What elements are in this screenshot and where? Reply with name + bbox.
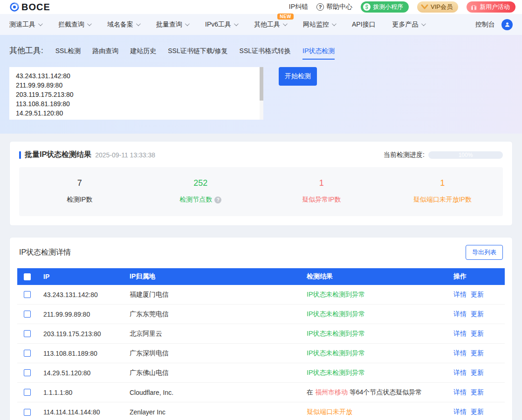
textarea-scrollbar-thumb[interactable] (260, 67, 263, 101)
vip-chevron-icon (421, 4, 428, 10)
table-row-2: 203.119.175.213:80北京阿里云IP状态未检测到异常详情更新 (17, 324, 505, 344)
row-result: IP状态未检测到异常 (307, 349, 453, 358)
tool-tab-1[interactable]: 路由查询 (92, 47, 118, 60)
textarea-scrollbar-track[interactable] (260, 67, 263, 120)
row-checkbox[interactable] (24, 291, 31, 298)
result-suffix: 等64个节点状态疑似异常 (348, 388, 422, 396)
nav-item-8[interactable]: 更多产品 (392, 20, 425, 29)
nav-item-label: 批量查询 (156, 20, 182, 29)
progress-label: 当前检测进度: (384, 151, 425, 159)
vip-pill[interactable]: VIP会员 (417, 1, 458, 13)
row-checkbox[interactable] (24, 409, 31, 416)
refresh-link[interactable]: 更新 (471, 330, 484, 338)
detail-link[interactable]: 详情 (453, 388, 467, 397)
nav-item-label: 更多产品 (392, 20, 419, 29)
detect-input-row: 43.243.131.142:80 211.99.99.89:80 203.11… (9, 67, 513, 120)
ip-list-input[interactable]: 43.243.131.142:80 211.99.99.89:80 203.11… (9, 67, 263, 120)
detail-link[interactable]: 详情 (453, 310, 467, 318)
topbar-right: IP纠错 ? 帮助中心 拨测小程序 VIP会员 新用户活动 (289, 1, 515, 13)
checkbox-cell (17, 330, 43, 337)
help-center-link[interactable]: ? 帮助中心 (316, 3, 352, 11)
table-row-6: 114.114.114.144:80Zenlayer Inc疑似端口未开放详情更… (17, 402, 505, 420)
boce-logo[interactable]: BOCE (9, 2, 50, 13)
detail-link[interactable]: 详情 (453, 330, 467, 338)
nav-item-6[interactable]: 网站监控 (303, 20, 335, 29)
chevron-down-icon (136, 21, 141, 26)
miniprogram-pill[interactable]: 拨测小程序 (361, 1, 409, 13)
row-result: IP状态未检测到异常 (307, 369, 453, 377)
new-badge: NEW (277, 14, 294, 20)
refresh-link[interactable]: 更新 (471, 310, 484, 318)
stat-label-text: 检测节点数 (179, 196, 212, 204)
progress-zone: 当前检测进度: 100% (384, 151, 503, 159)
refresh-link[interactable]: 更新 (471, 349, 484, 358)
row-result: 疑似端口未开放 (307, 408, 453, 416)
result-node-highlight: 福州市移动 (315, 388, 348, 396)
tool-tab-4[interactable]: SSL证书格式转换 (240, 47, 291, 60)
stat-label: 检测IP数 (19, 196, 140, 204)
tool-tab-3[interactable]: SSL证书链下载/修复 (168, 47, 227, 60)
refresh-link[interactable]: 更新 (471, 369, 484, 377)
stat-0: 7检测IP数 (19, 178, 140, 204)
stat-label-text: 疑似端口未开放IP数 (413, 196, 472, 204)
row-checkbox[interactable] (24, 350, 31, 357)
checkbox-cell (17, 291, 43, 298)
select-all-checkbox[interactable] (24, 273, 31, 280)
tools-section-label: 其他工具: (9, 45, 43, 56)
row-location: 广东东莞电信 (130, 310, 307, 318)
row-result: IP状态未检测到异常 (307, 330, 453, 338)
question-circle-icon: ? (316, 3, 324, 11)
tool-tab-2[interactable]: 建站历史 (130, 47, 156, 60)
boce-swirl-icon (9, 2, 20, 12)
chevron-down-icon (234, 21, 239, 26)
detail-link[interactable]: 详情 (453, 408, 467, 416)
row-actions: 详情更新 (453, 310, 505, 318)
nav-item-7[interactable]: API接口 (352, 20, 376, 29)
console-link[interactable]: 控制台 (475, 20, 495, 29)
detail-link[interactable]: 详情 (453, 291, 467, 299)
row-ip: 203.119.175.213:80 (43, 330, 130, 338)
nav-item-label: 网站监控 (303, 20, 329, 29)
checkbox-cell (17, 311, 43, 318)
table-body: 43.243.131.142:80福建厦门电信IP状态未检测到异常详情更新211… (17, 285, 505, 420)
row-actions: 详情更新 (453, 369, 505, 377)
detail-link[interactable]: 详情 (453, 369, 467, 377)
nav-item-4[interactable]: IPv6工具 (205, 20, 237, 29)
row-checkbox[interactable] (24, 330, 31, 337)
nav-item-0[interactable]: 测速工具 (9, 20, 41, 29)
nav-item-5[interactable]: 其他工具NEW (254, 20, 286, 29)
row-result: IP状态未检测到异常 (307, 291, 453, 299)
help-icon[interactable]: ? (214, 196, 221, 203)
stat-value: 7 (19, 178, 140, 188)
col-actions: 操作 (453, 272, 505, 281)
export-list-button[interactable]: 导出列表 (466, 245, 503, 260)
row-checkbox[interactable] (24, 369, 31, 376)
row-checkbox[interactable] (24, 311, 31, 318)
refresh-link[interactable]: 更新 (471, 388, 484, 397)
stat-3: 1疑似端口未开放IP数 (382, 178, 503, 204)
ip-status-table: IP IP归属地 检测结果 操作 43.243.131.142:80福建厦门电信… (17, 268, 505, 420)
row-checkbox[interactable] (24, 389, 31, 396)
result-title: 批量IP状态检测结果 (25, 150, 91, 160)
start-detect-button[interactable]: 开始检测 (279, 67, 317, 86)
nav-item-2[interactable]: 域名备案 (107, 20, 139, 29)
tool-tab-5[interactable]: IP状态检测 (302, 47, 335, 60)
progress-bar: 100% (428, 151, 503, 159)
chevron-down-icon (87, 21, 92, 26)
chevron-down-icon (421, 21, 426, 26)
user-avatar[interactable] (501, 19, 513, 30)
ip-correction-link[interactable]: IP纠错 (289, 3, 308, 11)
tool-tab-0[interactable]: SSL检测 (55, 47, 81, 60)
detail-link[interactable]: 详情 (453, 349, 467, 358)
refresh-link[interactable]: 更新 (471, 291, 484, 299)
new-user-activity-pill[interactable]: 新用户活动 (467, 1, 515, 13)
row-actions: 详情更新 (453, 291, 505, 299)
nav-item-1[interactable]: 拦截查询 (58, 20, 90, 29)
result-timestamp: 2025-09-11 13:33:38 (95, 151, 155, 159)
nav-item-3[interactable]: 批量查询 (156, 20, 188, 29)
table-row-0: 43.243.131.142:80福建厦门电信IP状态未检测到异常详情更新 (17, 285, 505, 305)
refresh-link[interactable]: 更新 (471, 408, 484, 416)
row-actions: 详情更新 (453, 349, 505, 358)
tool-section: 其他工具: SSL检测路由查询建站历史SSL证书链下载/修复SSL证书格式转换I… (0, 35, 522, 134)
stat-label: 疑似异常IP数 (261, 196, 382, 204)
